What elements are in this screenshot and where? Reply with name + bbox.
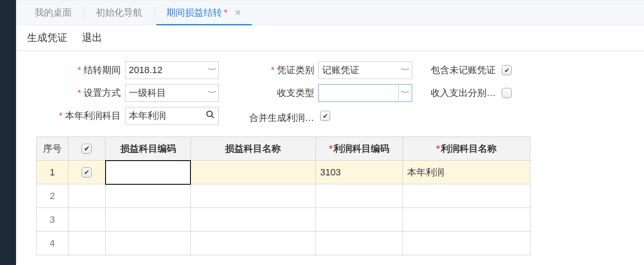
income-type-label: 收支类型 (219, 87, 318, 99)
th-pcode[interactable]: *利润科目编码 (316, 137, 403, 161)
form-area: *结转期间 2018.12 ﹀ *凭证类别 记账凭证 ﹀ 包含未记账凭证 ✔ (16, 51, 644, 134)
th-name[interactable]: 损益科目名称 (190, 137, 315, 161)
cell-pcode[interactable] (316, 208, 403, 232)
left-sidebar-gutter (0, 0, 16, 265)
main-panel: 我的桌面 初始化导航 期间损益结转 * ✕ 生成凭证 退出 *结转期间 2018… (16, 0, 644, 265)
exit-button[interactable]: 退出 (82, 31, 102, 44)
tab-my-desktop[interactable]: 我的桌面 (24, 0, 82, 25)
include-unposted-label: 包含未记账凭证 (431, 64, 496, 76)
tab-bar: 我的桌面 初始化导航 期间损益结转 * ✕ (16, 0, 644, 25)
header-checkbox[interactable]: ✔ (82, 144, 92, 154)
svg-point-0 (207, 111, 212, 117)
income-type-select[interactable]: ﹀ (318, 84, 412, 102)
cell-code[interactable] (106, 208, 191, 232)
profit-subject-label: *本年利润科目 (26, 109, 125, 122)
cell-pname[interactable]: 本年利润 (402, 161, 530, 184)
profit-subject-value: 本年利润 (129, 109, 166, 122)
cell-name[interactable] (190, 161, 315, 184)
period-value: 2018.12 (129, 65, 163, 76)
tab-label: 期间损益结转 (166, 6, 222, 19)
cell-seq: 4 (37, 232, 68, 255)
generate-voucher-button[interactable]: 生成凭证 (27, 31, 68, 44)
merge-label: 合并生成利润… (219, 107, 318, 124)
th-seq: 序号 (37, 137, 68, 161)
income-type-value (319, 85, 398, 101)
th-pname[interactable]: *利润科目名称 (402, 137, 530, 161)
th-check: ✔ (68, 137, 106, 161)
cell-pcode[interactable] (316, 184, 403, 208)
table-row[interactable]: 3 (37, 208, 530, 232)
subject-table: 序号 ✔ 损益科目编码 损益科目名称 *利润科目编码 *利润科目名称 1 ✔ 3… (36, 137, 530, 255)
cell-check: ✔ (68, 161, 106, 184)
merge-checkbox[interactable]: ✔ (320, 111, 330, 121)
tab-label: 初始化导航 (96, 6, 142, 19)
tab-separator (84, 7, 84, 19)
chevron-down-icon: ﹀ (207, 66, 217, 74)
mode-value: 一级科目 (129, 87, 166, 99)
toolbar: 生成凭证 退出 (16, 25, 644, 51)
cell-code[interactable] (106, 161, 191, 184)
profit-subject-lookup[interactable]: 本年利润 (125, 107, 219, 125)
separate-label: 收入支出分别… (431, 87, 496, 99)
close-icon[interactable]: ✕ (234, 8, 242, 17)
cell-seq: 3 (37, 208, 68, 232)
cell-check[interactable] (68, 208, 106, 232)
cell-name[interactable] (190, 232, 315, 255)
cell-name[interactable] (190, 208, 315, 232)
cell-check[interactable] (68, 232, 106, 255)
voucher-type-value: 记账凭证 (322, 64, 359, 76)
cell-code[interactable] (106, 232, 191, 255)
mode-select[interactable]: 一级科目 ﹀ (125, 84, 219, 102)
cell-pname[interactable] (402, 232, 530, 255)
chevron-down-icon: ﹀ (400, 89, 410, 97)
tab-init-nav[interactable]: 初始化导航 (86, 0, 152, 25)
cell-code[interactable] (106, 184, 191, 208)
tab-dirty-marker: * (224, 7, 228, 18)
income-type-dropdown-button[interactable]: ﹀ (398, 85, 412, 101)
table-row[interactable]: 4 (37, 232, 530, 255)
voucher-type-select[interactable]: 记账凭证 ﹀ (318, 61, 412, 79)
cell-pcode[interactable]: 3103 (316, 161, 403, 184)
cell-seq: 1 (37, 161, 68, 184)
include-unposted-checkbox[interactable]: ✔ (502, 65, 512, 75)
th-code[interactable]: 损益科目编码 (106, 137, 191, 161)
period-label: *结转期间 (26, 64, 125, 76)
svg-line-1 (212, 116, 214, 118)
search-icon (206, 110, 215, 122)
cell-name[interactable] (190, 184, 315, 208)
row-checkbox[interactable]: ✔ (82, 167, 92, 178)
tab-label: 我的桌面 (35, 6, 72, 19)
chevron-down-icon: ﹀ (207, 89, 217, 97)
cell-check[interactable] (68, 184, 106, 208)
mode-label: *设置方式 (26, 87, 125, 99)
voucher-type-label: *凭证类别 (219, 64, 318, 76)
tab-separator (154, 7, 155, 19)
cell-pcode[interactable] (316, 232, 403, 255)
separate-checkbox[interactable] (502, 88, 512, 98)
chevron-down-icon: ﹀ (401, 66, 410, 74)
table-row[interactable]: 2 (37, 184, 530, 208)
cell-seq: 2 (37, 184, 68, 208)
cell-pname[interactable] (402, 184, 530, 208)
table-header-row: 序号 ✔ 损益科目编码 损益科目名称 *利润科目编码 *利润科目名称 (37, 137, 530, 161)
tab-period-profit-loss[interactable]: 期间损益结转 * ✕ (156, 0, 252, 25)
period-select[interactable]: 2018.12 ﹀ (125, 61, 219, 79)
cell-pname[interactable] (402, 208, 530, 232)
table-row[interactable]: 1 ✔ 3103 本年利润 (37, 161, 530, 184)
